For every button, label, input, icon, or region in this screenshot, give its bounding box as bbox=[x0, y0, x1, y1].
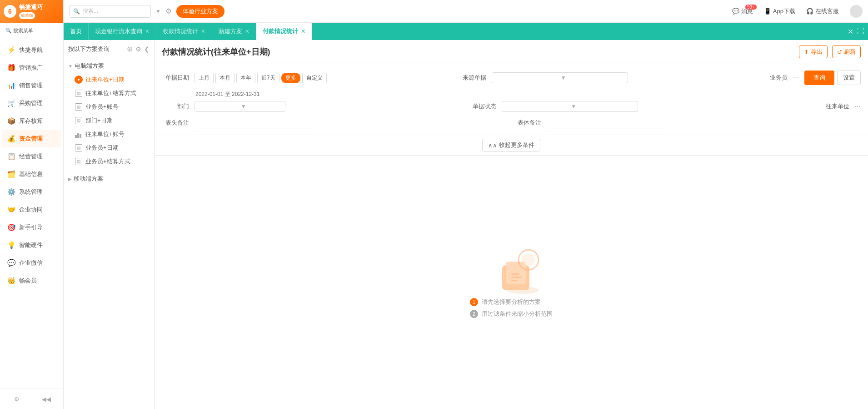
tab-expand-btn[interactable]: ⛶ bbox=[857, 27, 864, 35]
plan-item-counterpart-date-label: 往来单位+日期 bbox=[85, 76, 125, 84]
sidebar-footer: ⚙ ◀◀ bbox=[0, 389, 63, 409]
plan-item-counterpart-payment-label: 往来单位+结算方式 bbox=[85, 89, 136, 97]
plan-item-counterpart-date[interactable]: ✦ 往来单位+日期 bbox=[64, 73, 154, 86]
sidebar-item-wechat[interactable]: 💬 企业微信 bbox=[2, 254, 61, 272]
note-body-input[interactable] bbox=[547, 117, 665, 128]
sidebar-item-member[interactable]: 👑 畅会员 bbox=[2, 272, 61, 289]
tab-payment-stat-close[interactable]: ✕ bbox=[201, 28, 205, 35]
brand-name: 畅捷通巧 bbox=[19, 4, 43, 11]
corp-icon: 🤝 bbox=[7, 206, 15, 214]
plan-group-mobile-label: 移动端方案 bbox=[74, 175, 103, 183]
operation-icon: 📋 bbox=[7, 152, 15, 161]
step-num-2: 2 bbox=[470, 310, 478, 318]
sidebar-item-hardware[interactable]: 💡 智能硬件 bbox=[2, 237, 61, 254]
plan-group-desktop-header[interactable]: ▼ 电脑端方案 bbox=[64, 59, 154, 73]
trial-btn[interactable]: 体验行业方案 bbox=[176, 5, 224, 18]
doc-status-filter-label: 单据状态 bbox=[469, 102, 496, 111]
plan-item-icon-square-5: ▤ bbox=[75, 157, 83, 166]
sidebar-item-marketing[interactable]: 🎁 营销推广 bbox=[2, 59, 61, 76]
sidebar-item-inventory[interactable]: 📦 库存核算 bbox=[2, 112, 61, 130]
guide-icon: 🎯 bbox=[7, 223, 15, 232]
sidebar: 6 畅捷通巧 标准版 🔍 搜索菜单 ⚡ 快捷导航 🎁 营销推广 📊 销售管理 🛒… bbox=[0, 0, 64, 409]
counterpart-filter-dots[interactable]: ··· bbox=[855, 102, 861, 111]
settings-btn[interactable]: 设置 bbox=[837, 71, 861, 85]
export-btn[interactable]: ⬆ 导出 bbox=[799, 45, 828, 58]
note-body-label: 表体备注 bbox=[514, 119, 541, 127]
plan-collapse-btn[interactable]: ❮ bbox=[144, 45, 150, 53]
refresh-btn[interactable]: ↺ 刷新 bbox=[832, 45, 861, 58]
note-header-input[interactable] bbox=[195, 117, 313, 128]
main-area: 🔍 搜索... ▼ ⚙ 体验行业方案 💬 消息 99+ 📱 App下载 🎧 在线… bbox=[64, 0, 868, 409]
hardware-icon: 💡 bbox=[7, 241, 15, 249]
plan-item-staff-payment[interactable]: ▤ 业务员+结算方式 bbox=[64, 155, 154, 168]
date-btn-custom[interactable]: 自定义 bbox=[302, 73, 327, 83]
date-btn-more[interactable]: 更多 bbox=[281, 73, 300, 83]
sidebar-item-sales[interactable]: 📊 销售管理 bbox=[2, 77, 61, 94]
tab-payment-stat[interactable]: 收款情况统计 ✕ bbox=[156, 23, 212, 40]
sidebar-item-quicknav[interactable]: ⚡ 快捷导航 bbox=[2, 41, 61, 59]
sidebar-item-system[interactable]: ⚙️ 系统管理 bbox=[2, 183, 61, 201]
date-btn-last-7[interactable]: 近7天 bbox=[257, 73, 279, 83]
tab-pay-stat[interactable]: 付款情况统计 ✕ bbox=[256, 23, 312, 40]
filter-row-3: 表头备注 表体备注 bbox=[162, 117, 861, 128]
tab-bank[interactable]: 现金银行流水查询 ✕ bbox=[89, 23, 156, 40]
tab-close-all-btn[interactable]: ✕ bbox=[848, 27, 853, 36]
source-select[interactable]: ▼ bbox=[492, 72, 628, 83]
date-btn-this-month[interactable]: 本月 bbox=[215, 73, 234, 83]
brand-edition: 标准版 bbox=[19, 12, 35, 19]
topbar-dropdown-arrow[interactable]: ▼ bbox=[155, 8, 161, 15]
sidebar-collapse-btn[interactable]: ◀◀ bbox=[34, 393, 60, 405]
tab-home[interactable]: 首页 bbox=[64, 23, 89, 40]
plan-item-counterpart-account-label: 往来单位+账号 bbox=[85, 130, 125, 138]
dept-filter-label: 部门 bbox=[162, 102, 189, 111]
plan-item-dept-date[interactable]: ▤ 部门+日期 bbox=[64, 114, 154, 127]
sidebar-item-guide[interactable]: 🎯 新手引导 bbox=[2, 219, 61, 236]
tab-pay-stat-close[interactable]: ✕ bbox=[301, 28, 305, 35]
topbar-search[interactable]: 🔍 搜索... bbox=[69, 5, 151, 18]
brand-logo: 6 bbox=[4, 5, 16, 18]
sidebar-settings-btn[interactable]: ⚙ bbox=[4, 393, 30, 405]
user-avatar[interactable] bbox=[850, 5, 863, 18]
plan-item-counterpart-account[interactable]: 往来单位+账号 bbox=[64, 127, 154, 141]
plan-item-staff-date-label: 业务员+日期 bbox=[85, 144, 119, 152]
plan-item-staff-account[interactable]: ▤ 业务员+账号 bbox=[64, 100, 154, 114]
topbar-app[interactable]: 📱 App下载 bbox=[764, 7, 795, 15]
doc-status-select[interactable]: ▼ bbox=[502, 101, 638, 112]
staff-filter-dots[interactable]: ··· bbox=[793, 74, 799, 82]
left-panel-title: 按以下方案查询 bbox=[68, 45, 110, 53]
dept-select[interactable]: ▼ bbox=[195, 101, 285, 112]
topbar: 🔍 搜索... ▼ ⚙ 体验行业方案 💬 消息 99+ 📱 App下载 🎧 在线… bbox=[64, 0, 868, 23]
collapse-arrow-icon: ∧∧ bbox=[488, 142, 497, 149]
plan-item-counterpart-payment[interactable]: ▤ 往来单位+结算方式 bbox=[64, 86, 154, 100]
search-menu-btn[interactable]: 🔍 搜索菜单 bbox=[4, 25, 60, 36]
sidebar-item-finance[interactable]: 💰 资金管理 bbox=[2, 130, 61, 147]
sidebar-item-member-label: 畅会员 bbox=[19, 277, 37, 285]
topbar-gear-icon[interactable]: ⚙ bbox=[165, 7, 172, 15]
collapse-conditions-btn[interactable]: ∧∧ 收起更多条件 bbox=[482, 139, 540, 151]
plan-item-icon-square-1: ▤ bbox=[75, 89, 83, 97]
date-btn-this-year[interactable]: 本年 bbox=[236, 73, 255, 83]
tab-new-plan[interactable]: 新建方案 ✕ bbox=[212, 23, 256, 40]
sidebar-item-operation[interactable]: 📋 经营管理 bbox=[2, 148, 61, 165]
empty-step-2-text: 用过滤条件来缩小分析范围 bbox=[482, 310, 553, 318]
plan-settings-btn[interactable]: ⚙ bbox=[135, 45, 141, 53]
sidebar-item-corp[interactable]: 🤝 企业协同 bbox=[2, 201, 61, 218]
tab-new-plan-close[interactable]: ✕ bbox=[245, 28, 249, 35]
query-btn[interactable]: 查询 bbox=[804, 71, 834, 85]
sidebar-item-purchase[interactable]: 🛒 采购管理 bbox=[2, 95, 61, 112]
left-panel: 按以下方案查询 ⊕ ⚙ ❮ ▼ 电脑端方案 ✦ 往来单位+日期 bbox=[64, 40, 155, 409]
plan-group-desktop-label: 电脑端方案 bbox=[75, 62, 104, 70]
plan-item-staff-date[interactable]: ▤ 业务员+日期 bbox=[64, 141, 154, 155]
add-plan-btn[interactable]: ⊕ bbox=[127, 45, 133, 53]
topbar-service[interactable]: 🎧 在线客服 bbox=[806, 7, 839, 15]
tab-bank-close[interactable]: ✕ bbox=[145, 28, 150, 35]
topbar-msg[interactable]: 💬 消息 99+ bbox=[732, 7, 753, 15]
plan-item-icon-square-3: ▤ bbox=[75, 116, 83, 125]
filter-row-2: 部门 ▼ 单据状态 ▼ 往来单位 ··· bbox=[162, 101, 861, 112]
refresh-icon: ↺ bbox=[837, 49, 842, 56]
sidebar-item-basic[interactable]: 🗂️ 基础信息 bbox=[2, 166, 61, 183]
source-select-arrow: ▼ bbox=[561, 75, 624, 81]
search-menu-label: 搜索菜单 bbox=[13, 27, 33, 34]
plan-group-mobile-header[interactable]: ▶ 移动端方案 bbox=[64, 172, 154, 186]
date-btn-last-month[interactable]: 上月 bbox=[195, 73, 214, 83]
